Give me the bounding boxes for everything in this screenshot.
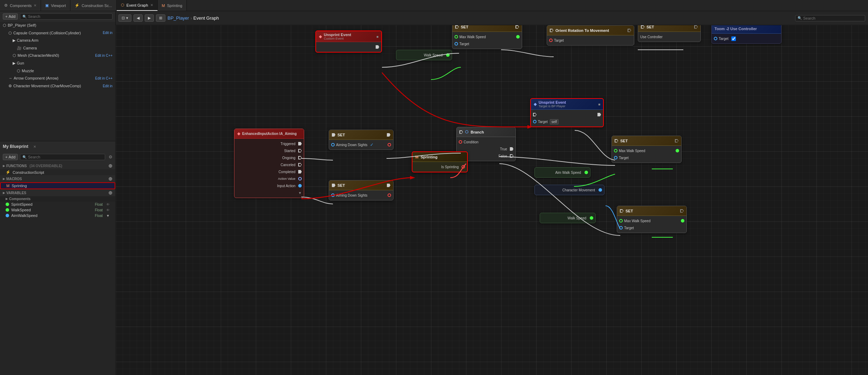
components-search-bar[interactable]: 🔍 — [20, 13, 112, 20]
unsprint-event-2-node[interactable]: ◆ Unsprint Event Target is BP Player ■ T… — [530, 98, 604, 127]
close-node-2[interactable]: ■ — [598, 102, 600, 106]
functions-chevron: ▶ — [3, 164, 5, 168]
components-subsection-header[interactable]: ▶ Components — [0, 196, 115, 202]
back-button[interactable]: ◀ — [134, 14, 143, 22]
walk-speed-bottom-node[interactable]: Walk Speed — [540, 213, 596, 223]
tab-construction[interactable]: ⚡ Construction Sc... — [70, 0, 117, 11]
unsprint-event-1-subtitle: Custom Event — [324, 37, 351, 40]
aim-walk-speed-node[interactable]: Aim Walk Speed — [534, 167, 590, 178]
aim-walk-output: Aim Walk Speed — [535, 169, 590, 176]
walk-speed-node[interactable]: Walk Speed — [396, 50, 452, 60]
walk-speed-var[interactable]: WalkSpeed Float 👁 — [0, 207, 115, 213]
sprinting-macro-node[interactable]: M Sprinting Is Sprinting — [412, 151, 468, 172]
components-add-button[interactable]: + Add — [3, 13, 18, 20]
tab-event-graph[interactable]: ⬡ Event Graph ✕ — [117, 0, 158, 11]
variables-section-header[interactable]: ▶ VARIABLES ⊕ — [0, 189, 115, 196]
my-blueprint-close[interactable]: ✕ — [33, 145, 36, 149]
tab-components[interactable]: ⚙ Components ✕ — [0, 0, 41, 11]
max-walk-label-2: Max Walk Speed — [619, 149, 645, 153]
forward-button[interactable]: ▶ — [145, 14, 154, 22]
macros-section-header[interactable]: ▶ MACROS ⊕ — [0, 175, 115, 182]
aim-walk-speed-eye-icon[interactable]: ▼ — [106, 214, 110, 218]
sprinting-macro-item[interactable]: M Sprinting — [0, 182, 115, 189]
graph-canvas[interactable]: ⊡ ▾ ◀ ▶ ⊞ BP_Player › Event Graph 🔍 — [116, 11, 868, 375]
capsule-edit-link[interactable]: Edit in — [103, 30, 112, 36]
unsprint-event-2-subtitle: Target is BP Player — [539, 104, 566, 108]
breadcrumb-root[interactable]: BP_Player — [168, 15, 189, 21]
settings-icon[interactable]: ⚙ — [109, 155, 112, 159]
collapse-icon[interactable]: ▼ — [298, 191, 302, 195]
char-movement-edit-link[interactable]: Edit in — [103, 83, 112, 89]
tab-viewport[interactable]: ▣ Viewport — [41, 0, 70, 11]
max-walk-speed-row-3: Max Walk Speed — [617, 217, 686, 224]
add-label-bp: Add — [8, 155, 15, 159]
uc-target-pin — [714, 37, 717, 40]
walk-speed-eye[interactable]: 👁 — [106, 208, 110, 212]
variables-add-button[interactable]: ⊕ — [108, 190, 112, 196]
aim-walk-speed-var[interactable]: AimWalkSpeed Float ▼ — [0, 213, 115, 218]
history-dropdown-button[interactable]: ⊡ ▾ — [118, 14, 131, 22]
collapse-row[interactable]: ▼ — [234, 189, 304, 196]
macros-add-button[interactable]: ⊕ — [108, 176, 112, 182]
tab-event-graph-label: Event Graph — [127, 3, 148, 7]
arrow-edit-link[interactable]: Edit in C++ — [95, 76, 112, 81]
sprint-speed-eye[interactable]: 👁 — [106, 203, 110, 206]
graph-search-input[interactable] — [803, 16, 863, 20]
construction-script-item[interactable]: ⚡ ConstructionScript — [0, 169, 115, 175]
blueprint-search-input[interactable] — [28, 155, 103, 159]
exec-in-set2 — [641, 25, 644, 29]
tree-camera[interactable]: 🎥 Camera — [0, 45, 115, 52]
tab-sprinting[interactable]: M Sprinting — [158, 0, 187, 11]
sa1-out-pin — [388, 143, 391, 146]
set-aiming-2-node[interactable]: SET Aiming Down Sights — [329, 180, 394, 200]
tab-viewport-label: Viewport — [51, 4, 66, 8]
set-label-1: SET — [461, 25, 468, 29]
tree-arrow[interactable]: → Arrow Component (Arrow) Edit in C++ — [0, 75, 115, 82]
use-controller-node[interactable]: Toom -2 Use Controller Target — [711, 23, 781, 44]
sa2-aiming-pin — [331, 193, 335, 197]
set-2-title: SET — [647, 25, 654, 29]
started-pin — [298, 149, 302, 152]
components-search-input[interactable] — [28, 14, 110, 19]
camera-icon: 🎥 — [17, 45, 22, 52]
set-max-walk-1-node[interactable]: SET Max Walk Speed Target — [452, 22, 522, 49]
blueprint-search-bar[interactable]: 🔍 — [20, 154, 105, 160]
tree-capsule[interactable]: ⬡ Capsule Component (CollisionCylinder) … — [0, 29, 115, 37]
set-aim-walk-node[interactable]: SET Max Walk Speed Target — [611, 136, 682, 163]
tree-muzzle[interactable]: ⬡ Muzzle — [0, 67, 115, 75]
graph-search-bar[interactable]: 🔍 — [795, 15, 865, 21]
set-max-walk-1-body: Max Walk Speed Target — [452, 32, 522, 49]
is-sprinting-label: Is Sprinting — [441, 165, 459, 169]
set-aiming-1-node[interactable]: SET Aiming Down Sights ✓ — [329, 130, 394, 150]
gun-icon: ▶ — [13, 60, 15, 67]
functions-section-header[interactable]: ▶ FUNCTIONS (34 OVERRIDABLE) ⊕ — [0, 162, 115, 169]
blueprint-add-button[interactable]: + Add — [3, 154, 18, 160]
tree-bp-player[interactable]: ⬡ BP_Player (Self) — [0, 22, 115, 29]
tree-camera-arm[interactable]: ▶ Camera Arm — [0, 37, 115, 45]
bp-player-label: BP_Player (Self) — [8, 22, 36, 29]
set-walk-speed-2-node[interactable]: SET Max Walk Speed Target — [617, 206, 687, 233]
character-movement-display-node[interactable]: Character Movement — [534, 185, 604, 195]
tree-mesh[interactable]: ⬡ Mesh (CharacterMesh0) Edit in C++ — [0, 52, 115, 60]
tab-components-close[interactable]: ✕ — [34, 4, 36, 7]
canceled-label: Canceled — [281, 163, 295, 167]
mesh-edit-link[interactable]: Edit in C++ — [95, 53, 112, 59]
unsprint-event-1-node[interactable]: ◆ Unsprint Event Custom Event ■ — [315, 30, 382, 53]
functions-add-button[interactable]: ⊕ — [108, 163, 112, 169]
graph-search-icon: 🔍 — [798, 16, 802, 20]
fit-view-button[interactable]: ⊞ — [156, 14, 165, 22]
arrow-icon: → — [8, 75, 12, 82]
aim-walk-speed-type: Float — [95, 214, 104, 218]
orient-body: Target — [547, 35, 634, 45]
condition-row: Condition — [457, 138, 515, 145]
enhanced-input-node[interactable]: ◆ EnhancedInputAction IA_Aiming Triggere… — [234, 129, 304, 198]
uc-checkbox[interactable] — [731, 36, 736, 41]
close-node-1[interactable]: ■ — [376, 35, 378, 39]
orient-rotation-node[interactable]: Orient Rotation To Movement Target — [547, 25, 634, 46]
sprint-speed-var[interactable]: SprintSpeed Float 👁 — [0, 202, 115, 207]
tab-event-graph-close[interactable]: ✕ — [150, 3, 153, 7]
walk-speed-dot — [6, 208, 9, 212]
tree-gun[interactable]: ▶ Gun — [0, 60, 115, 67]
tree-char-movement[interactable]: ⚙ Character Movement (CharMoveComp) Edit… — [0, 82, 115, 90]
variables-label: VARIABLES — [6, 191, 26, 195]
